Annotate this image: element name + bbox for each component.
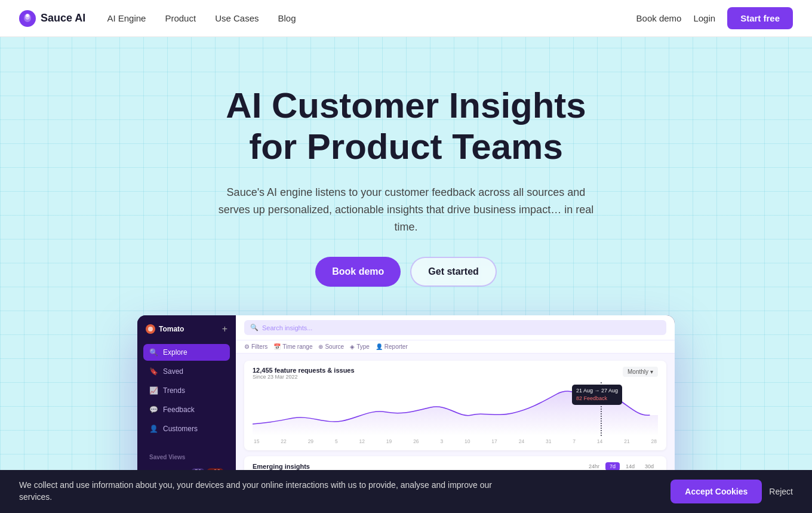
nav-login[interactable]: Login: [693, 13, 715, 23]
xaxis-15: 15: [254, 438, 259, 444]
hero-buttons: Book demo Get started: [215, 257, 597, 287]
filter-reporter-label: Reporter: [385, 343, 408, 350]
xaxis-26: 26: [413, 438, 419, 444]
nav-product[interactable]: Product: [165, 13, 196, 23]
svg-point-4: [148, 327, 153, 331]
xaxis-21: 21: [624, 438, 629, 444]
chevron-down-icon: ▾: [650, 368, 653, 375]
search-icon: 🔍: [250, 324, 259, 331]
source-icon: ⊕: [318, 343, 323, 350]
filter-time-range[interactable]: 📅 Time range: [273, 343, 312, 350]
reject-cookies-button[interactable]: Reject: [769, 487, 793, 496]
chart-subtitle: Since 23 Mar 2022: [253, 374, 355, 380]
reporter-icon: 👤: [376, 343, 383, 350]
hero-section: AI Customer Insights for Product Teams S…: [203, 37, 609, 315]
filter-source-label: Source: [325, 343, 344, 350]
search-placeholder: Search insights...: [262, 324, 312, 331]
sidebar-item-feedback[interactable]: 💬 Feedback: [143, 401, 230, 418]
xaxis-12: 12: [359, 438, 365, 444]
xaxis-7: 7: [573, 438, 576, 444]
sidebar-item-explore-label: Explore: [163, 348, 187, 357]
filter-type[interactable]: ◈ Type: [350, 343, 370, 350]
chart-area: 21 Aug → 27 Aug 82 Feedback: [253, 382, 658, 436]
chart-tooltip: 21 Aug → 27 Aug 82 Feedback: [572, 385, 622, 404]
nav-ai-engine[interactable]: AI Engine: [107, 13, 146, 23]
navigation: Sauce AI AI Engine Product Use Cases Blo…: [0, 0, 812, 37]
sidebar-item-trends[interactable]: 📈 Trends: [143, 382, 230, 399]
sidebar-brand: Tomato: [146, 324, 184, 334]
filter-type-label: Type: [356, 343, 370, 350]
chart-card: 12,455 feature requests & issues Since 2…: [244, 361, 666, 450]
filter-source[interactable]: ⊕ Source: [318, 343, 344, 350]
chart-x-axis: 15 22 29 5 12 19 26 3 10 17 24 31: [253, 438, 658, 444]
saved-views-label: Saved Views: [143, 451, 230, 463]
hero-book-demo-button[interactable]: Book demo: [315, 257, 401, 287]
feedback-icon: 💬: [149, 406, 158, 414]
cookie-banner: We collect and use information about you…: [0, 470, 812, 513]
sauce-logo-icon: [19, 10, 36, 27]
app-toolbar: 🔍 Search insights...: [236, 315, 675, 340]
cookie-buttons: Accept Cookies Reject: [670, 480, 793, 503]
hero-title-line2: for Product Teams: [249, 127, 563, 167]
filter-bar: ⚙ Filters 📅 Time range ⊕ Source ◈ Type: [236, 340, 675, 354]
filter-reporter[interactable]: 👤 Reporter: [376, 343, 408, 350]
chart-period-label: Monthly: [628, 368, 648, 375]
filter-icon: ⚙: [244, 343, 250, 350]
sidebar-header: Tomato +: [143, 324, 230, 334]
accept-cookies-button[interactable]: Accept Cookies: [670, 480, 762, 503]
xaxis-31: 31: [546, 438, 551, 444]
nav-book-demo[interactable]: Book demo: [636, 13, 682, 23]
xaxis-10: 10: [465, 438, 470, 444]
customers-icon: 👤: [149, 425, 158, 433]
filter-filters[interactable]: ⚙ Filters: [244, 343, 267, 350]
logo[interactable]: Sauce AI: [19, 10, 85, 27]
xaxis-14: 14: [597, 438, 602, 444]
xaxis-29: 29: [308, 438, 313, 444]
cookie-text: We collect and use information about you…: [19, 480, 497, 503]
sidebar-item-saved[interactable]: 🔖 Saved: [143, 363, 230, 380]
nav-use-cases[interactable]: Use Cases: [215, 13, 259, 23]
main-content: AI Customer Insights for Product Teams S…: [0, 0, 812, 512]
search-bar[interactable]: 🔍 Search insights...: [244, 320, 666, 335]
nav-right: Book demo Login Start free: [636, 7, 793, 29]
nav-blog[interactable]: Blog: [278, 13, 296, 23]
sidebar-item-customers[interactable]: 👤 Customers: [143, 420, 230, 437]
filter-time-label: Time range: [282, 343, 312, 350]
tooltip-label: 82 Feedback: [576, 395, 618, 403]
brand-dot: [146, 324, 155, 334]
hero-title-line1: AI Customer Insights: [226, 85, 586, 125]
hero-title: AI Customer Insights for Product Teams: [215, 85, 597, 167]
type-icon: ◈: [350, 343, 355, 350]
trends-icon: 📈: [149, 386, 158, 395]
chart-title: 12,455 feature requests & issues: [253, 367, 355, 374]
sidebar-brand-name: Tomato: [159, 325, 184, 333]
chart-period-selector[interactable]: Monthly ▾: [623, 367, 658, 377]
sidebar-item-explore[interactable]: 🔍 Explore: [143, 344, 230, 361]
svg-point-3: [26, 14, 29, 17]
nav-left: Sauce AI AI Engine Product Use Cases Blo…: [19, 10, 296, 27]
xaxis-17: 17: [491, 438, 497, 444]
xaxis-3: 3: [440, 438, 443, 444]
filter-label: Filters: [251, 343, 267, 350]
hero-get-started-button[interactable]: Get started: [410, 257, 496, 287]
calendar-icon: 📅: [273, 343, 281, 350]
xaxis-5: 5: [335, 438, 338, 444]
chart-header: 12,455 feature requests & issues Since 2…: [253, 367, 658, 380]
xaxis-28: 28: [651, 438, 656, 444]
chart-title-wrap: 12,455 feature requests & issues Since 2…: [253, 367, 355, 380]
sidebar-item-feedback-label: Feedback: [163, 406, 195, 414]
sidebar-item-saved-label: Saved: [163, 367, 183, 376]
brand-name: Sauce AI: [41, 12, 85, 24]
hero-subtitle: Sauce's AI engine listens to your custom…: [215, 184, 597, 235]
sidebar-add-icon[interactable]: +: [222, 324, 227, 334]
sidebar-item-trends-label: Trends: [163, 386, 185, 395]
tooltip-date: 21 Aug → 27 Aug: [576, 387, 618, 395]
sidebar-item-customers-label: Customers: [163, 425, 198, 433]
xaxis-19: 19: [386, 438, 392, 444]
insights-title: Emerging insights: [253, 463, 310, 470]
start-free-button[interactable]: Start free: [727, 7, 793, 29]
xaxis-24: 24: [519, 438, 524, 444]
explore-icon: 🔍: [149, 348, 158, 357]
xaxis-22: 22: [281, 438, 286, 444]
saved-icon: 🔖: [149, 367, 158, 376]
